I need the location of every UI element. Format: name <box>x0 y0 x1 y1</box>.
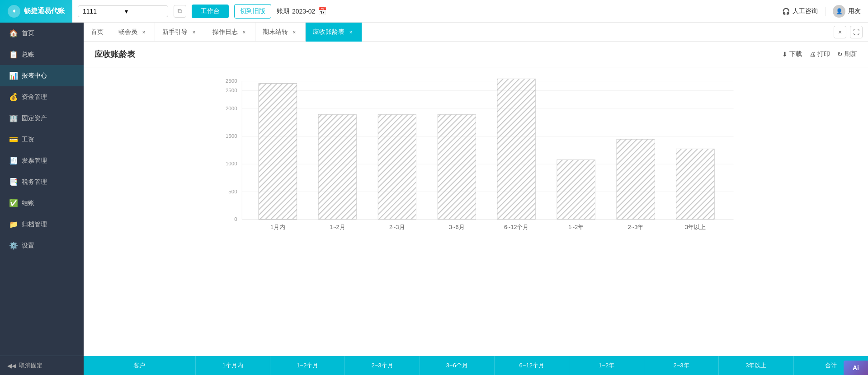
sidebar-icon-2: 📊 <box>9 71 17 80</box>
period-value: 2023-02 <box>292 8 315 15</box>
table-header-2~3年: 2~3年 <box>644 356 719 375</box>
tab-label-2: 新手引导 <box>162 28 188 36</box>
table-header-3年以上: 3年以上 <box>719 356 793 375</box>
svg-text:1~2年: 1~2年 <box>568 224 584 230</box>
tabs-actions: × ⛶ <box>828 26 868 38</box>
tab-首页[interactable]: 首页 <box>84 23 111 42</box>
svg-text:2500: 2500 <box>226 78 237 84</box>
period-label: 账期 <box>277 7 289 15</box>
table-header-1~2个月: 1~2个月 <box>270 356 345 375</box>
sidebar-label-0: 首页 <box>22 29 34 38</box>
table-header-6~12个月: 6~12个月 <box>495 356 569 375</box>
tab-close-2[interactable]: × <box>190 28 198 36</box>
logo-icon: ✦ <box>8 5 20 18</box>
refresh-label: 刷新 <box>844 50 857 58</box>
consult-button[interactable]: 🎧 人工咨询 <box>782 7 818 15</box>
header-right: 🎧 人工咨询 👤 用友 <box>782 5 861 18</box>
svg-text:1500: 1500 <box>226 133 237 139</box>
content-area: 首页畅会员×新手引导×操作日志×期末结转×应收账龄表× × ⛶ 应收账龄表 ⬇ … <box>84 23 868 375</box>
sidebar-item-固定资产[interactable]: 🏢 固定资产 <box>0 108 84 129</box>
ai-badge[interactable]: Ai <box>844 361 868 375</box>
tab-close-4[interactable]: × <box>291 28 298 36</box>
svg-rect-20 <box>497 79 535 219</box>
sidebar-icon-4: 🏢 <box>9 114 17 122</box>
avatar: 👤 <box>833 5 845 18</box>
page-content: 应收账龄表 ⬇ 下载 🖨 打印 ↻ 刷新 <box>84 42 868 375</box>
cancel-pin-button[interactable]: ◀◀ 取消固定 <box>0 356 84 375</box>
sidebar-item-报表中心[interactable]: 📊 报表中心 <box>0 65 84 86</box>
tab-新手引导[interactable]: 新手引导× <box>155 23 205 42</box>
svg-text:1000: 1000 <box>226 160 237 166</box>
bar-chart: 0 500 1000 1500 2000 2500 2500 <box>97 76 854 248</box>
tabs-bar: 首页畅会员×新手引导×操作日志×期末结转×应收账龄表× × ⛶ <box>84 23 868 42</box>
sidebar-icon-10: ⚙️ <box>9 241 17 250</box>
app-logo: ✦ 畅捷通易代账 <box>0 0 72 23</box>
sidebar-label-6: 发票管理 <box>22 157 47 165</box>
sidebar-item-发票管理[interactable]: 🧾 发票管理 <box>0 150 84 171</box>
tab-期末结转[interactable]: 期末结转× <box>255 23 306 42</box>
svg-text:1月内: 1月内 <box>270 224 285 230</box>
switch-version-button[interactable]: 切到旧版 <box>234 4 271 19</box>
tab-操作日志[interactable]: 操作日志× <box>205 23 255 42</box>
sidebar-item-首页[interactable]: 🏠 首页 <box>0 23 84 44</box>
sidebar-item-总账[interactable]: 📋 总账 <box>0 44 84 65</box>
sidebar-label-2: 报表中心 <box>22 72 47 80</box>
tab-label-1: 畅会员 <box>118 28 137 36</box>
svg-text:2000: 2000 <box>226 105 237 111</box>
table-header-2~3个月: 2~3个月 <box>345 356 420 375</box>
company-selector[interactable]: 1111 ▾ <box>78 5 168 17</box>
sidebar-item-税务管理[interactable]: 📑 税务管理 <box>0 171 84 192</box>
chevron-down-icon: ▾ <box>125 8 163 15</box>
sidebar-icon-0: 🏠 <box>9 29 17 38</box>
svg-text:500: 500 <box>228 188 237 194</box>
sidebar-item-归档管理[interactable]: 📁 归档管理 <box>0 214 84 235</box>
chart-container: 0 500 1000 1500 2000 2500 2500 <box>84 67 868 356</box>
sidebar-item-设置[interactable]: ⚙️ 设置 <box>0 235 84 256</box>
company-name: 1111 <box>83 8 121 15</box>
pin-icon: ◀◀ <box>7 362 16 369</box>
tab-close-5[interactable]: × <box>347 28 354 36</box>
tab-label-3: 操作日志 <box>212 28 238 36</box>
table-header-客户: 客户 <box>84 356 196 375</box>
sidebar-label-5: 工资 <box>22 136 34 144</box>
svg-rect-16 <box>259 84 297 220</box>
tab-应收账龄表[interactable]: 应收账龄表× <box>306 23 362 42</box>
user-menu[interactable]: 👤 用友 <box>833 5 861 18</box>
table-header-3~6个月: 3~6个月 <box>420 356 495 375</box>
refresh-button[interactable]: ↻ 刷新 <box>837 50 857 58</box>
sidebar-icon-1: 📋 <box>9 50 17 59</box>
print-button[interactable]: 🖨 打印 <box>809 50 830 58</box>
period-info: 账期 2023-02 📅 <box>277 7 327 15</box>
download-button[interactable]: ⬇ 下载 <box>782 50 802 58</box>
user-name: 用友 <box>848 7 861 15</box>
table-header-1~2年: 1~2年 <box>569 356 644 375</box>
tab-close-3[interactable]: × <box>241 28 248 36</box>
workbench-button[interactable]: 工作台 <box>192 5 229 18</box>
calendar-icon[interactable]: 📅 <box>318 7 327 15</box>
copy-button[interactable]: ⧉ <box>174 5 186 18</box>
download-icon: ⬇ <box>782 51 788 58</box>
tab-close-1[interactable]: × <box>140 28 147 36</box>
svg-text:2~3月: 2~3月 <box>389 224 405 230</box>
page-title: 应收账龄表 <box>94 49 135 60</box>
table-header-1个月内: 1个月内 <box>196 356 270 375</box>
sidebar-item-工资[interactable]: 💳 工资 <box>0 129 84 150</box>
download-label: 下载 <box>789 50 802 58</box>
sidebar-item-资金管理[interactable]: 💰 资金管理 <box>0 86 84 108</box>
close-all-tabs-button[interactable]: × <box>834 26 846 38</box>
app-header: ✦ 畅捷通易代账 1111 ▾ ⧉ 工作台 切到旧版 账期 2023-02 📅 … <box>0 0 868 23</box>
sidebar: 🏠 首页 📋 总账 📊 报表中心 💰 资金管理 🏢 固定资产 💳 工资 🧾 发票… <box>0 23 84 375</box>
expand-tabs-button[interactable]: ⛶ <box>850 26 863 38</box>
print-label: 打印 <box>817 50 830 58</box>
sidebar-label-1: 总账 <box>22 51 34 59</box>
cancel-pin-label: 取消固定 <box>19 361 42 370</box>
tab-畅会员[interactable]: 畅会员× <box>111 23 155 42</box>
svg-rect-17 <box>318 114 356 219</box>
tab-label-0: 首页 <box>91 28 104 36</box>
page-actions: ⬇ 下载 🖨 打印 ↻ 刷新 <box>782 50 857 58</box>
sidebar-label-3: 资金管理 <box>22 93 47 101</box>
table-header: 客户1个月内1~2个月2~3个月3~6个月6~12个月1~2年2~3年3年以上合… <box>84 356 868 375</box>
tab-label-5: 应收账龄表 <box>313 28 344 36</box>
sidebar-label-4: 固定资产 <box>22 114 47 122</box>
sidebar-item-结账[interactable]: ✅ 结账 <box>0 192 84 214</box>
